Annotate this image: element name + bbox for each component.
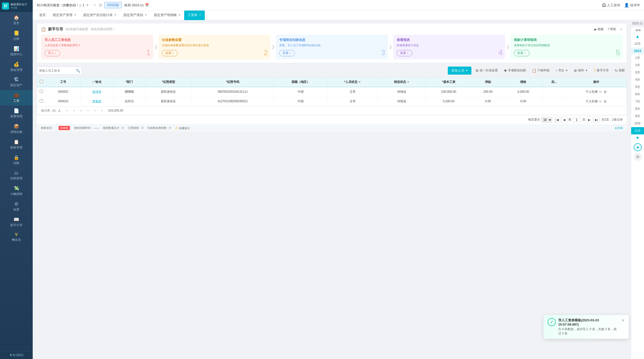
sidebar-item-reports[interactable]: 📊 报表中心: [0, 43, 33, 59]
step-1-desc: 人员信息及工资数据新增导入: [45, 43, 150, 47]
last-page-btn[interactable]: ▶|: [593, 117, 599, 123]
edit-icon-2[interactable]: ✏: [599, 99, 602, 103]
app-badge: 专业版: [11, 6, 27, 10]
sidebar-item-funds[interactable]: 💰 资金管理: [0, 59, 33, 75]
dept-1: 嗯嗯嗯: [113, 87, 145, 97]
tab-asset-detail-label: 固定资产明细账: [154, 13, 177, 17]
table-footer: 合计共（2）人 -- -- -- -- -- -- 103,200.00: [37, 106, 627, 115]
sidebar-item-invoicing[interactable]: 📄 发票管理: [0, 106, 33, 121]
name-1[interactable]: 徐泽华: [80, 87, 113, 97]
step-1-btn[interactable]: 导入＞: [45, 50, 60, 56]
select-all-checkbox[interactable]: [40, 80, 43, 83]
switch-version-btn[interactable]: 切到旧版: [104, 2, 122, 8]
ops-dropdown-icon: ▼: [585, 69, 588, 72]
name-2[interactable]: 李俊杰: [80, 96, 113, 106]
sidebar-item-tax[interactable]: 📋 税务管理: [0, 137, 33, 152]
prev-page-btn[interactable]: ◀: [561, 117, 567, 123]
table-header-row: 工号 ↕ *姓名 *部门 *证照类型 *证照号码 国籍（地区） *人员状态 ▼ …: [37, 77, 627, 87]
per-page-dropdown[interactable]: 10 20 50: [541, 117, 552, 123]
sidebar-item-vip[interactable]: V 畅会员: [0, 230, 33, 244]
search-icon[interactable]: 🔍: [76, 69, 80, 73]
report-status-filter-icon[interactable]: ▼: [407, 80, 410, 83]
sidebar-item-expense[interactable]: 💸 小畅报销: [0, 183, 33, 199]
tab-close-icon[interactable]: ✕: [74, 13, 76, 17]
row-select-checkbox[interactable]: [40, 90, 43, 93]
fav-icon[interactable]: ★: [634, 143, 642, 151]
export-btn[interactable]: ↑ 导出 ▼: [553, 67, 570, 74]
next-page-btn[interactable]: ▶: [586, 117, 592, 123]
month-item-6[interactable]: 6月: [631, 91, 644, 98]
row-checkbox-2: [37, 96, 46, 106]
month-item-3[interactable]: 3月: [631, 69, 644, 76]
page-number-input[interactable]: [572, 117, 581, 122]
sidebar-item-fixed-assets[interactable]: 🏗 固定资产: [0, 75, 33, 90]
sidebar-item-settings[interactable]: ⚙ 设置: [0, 199, 33, 214]
tab-close-icon[interactable]: ✕: [199, 13, 201, 17]
tab-close-icon[interactable]: ✕: [114, 13, 116, 17]
month-item-dec[interactable]: 12月: [631, 40, 644, 47]
tab-close-icon[interactable]: ✕: [145, 13, 147, 17]
tab-salary[interactable]: 工资表 ✕: [184, 11, 205, 20]
sidebar-item-salary[interactable]: 💼 工资: [0, 90, 33, 106]
calendar-icon[interactable]: 📅: [145, 3, 149, 7]
settings-circle-icon[interactable]: ⚙: [634, 153, 642, 161]
wizard-help-link[interactable]: ? 帮助: [608, 27, 616, 31]
month-item-9[interactable]: 9月: [631, 113, 644, 120]
tab-close-icon[interactable]: ✕: [178, 13, 181, 17]
sidebar-item-archive[interactable]: 🗂 归档管理: [0, 168, 33, 183]
month-item-5[interactable]: 5月: [631, 83, 644, 91]
service-btn[interactable]: 🎧 人工咨询: [602, 3, 620, 8]
settings-icon[interactable]: ⚙: [99, 3, 102, 8]
month-item-2[interactable]: 2月: [631, 62, 644, 69]
company-dropdown-icon[interactable]: ▼: [86, 3, 89, 7]
year-label[interactable]: 2023.11: [631, 20, 644, 27]
date-panel-up-btn[interactable]: ▲: [631, 33, 644, 40]
tab-asset-category[interactable]: 固定资产类别 ✕: [120, 11, 150, 20]
status-filter-icon[interactable]: ▼: [358, 80, 361, 83]
wizard-close-btn[interactable]: ✕: [620, 28, 623, 31]
special-deduction-btn[interactable]: ✚ 专项附加扣除: [502, 67, 528, 74]
tab-home[interactable]: 首页: [36, 11, 49, 20]
tab-asset-detail[interactable]: 固定资产明细账 ✕: [150, 11, 184, 20]
tab-fixed-assets[interactable]: 固定资产管理 ✕: [49, 11, 80, 20]
sidebar-item-purchase-sale[interactable]: 📦 进销台账: [0, 121, 33, 137]
first-page-btn[interactable]: |◀: [554, 117, 560, 123]
delete-icon-2[interactable]: 🗑: [603, 99, 607, 103]
date-panel-down-btn[interactable]: ▼: [631, 134, 644, 142]
panel-collapse-btn[interactable]: ◀◀: [631, 27, 644, 33]
sidebar-item-closing[interactable]: 🔒 结账: [0, 152, 33, 168]
operations-btn[interactable]: ⚙ 操作 ▼: [572, 67, 590, 74]
social-insurance-btn[interactable]: ⚙ 统一社保设置: [473, 67, 500, 74]
month-item-1[interactable]: 1月: [631, 54, 644, 62]
row-select-checkbox[interactable]: [40, 99, 43, 102]
edit-icon-1[interactable]: ✏: [599, 90, 602, 94]
add-company-icon[interactable]: ＋: [93, 3, 97, 8]
step-2-btn[interactable]: 设置＞: [162, 50, 178, 56]
step-5-btn[interactable]: 查看＞: [514, 50, 530, 56]
tax-report-btn[interactable]: 📋 个税申报: [530, 67, 551, 74]
month-item-7[interactable]: 7月: [631, 98, 644, 105]
refresh-btn[interactable]: ↻ 刷新: [613, 67, 627, 74]
month-item-8[interactable]: 8月: [631, 105, 644, 113]
sidebar-item-ledger[interactable]: 📒 总账: [0, 28, 33, 43]
sidebar-item-home[interactable]: 🏠 首页: [0, 12, 33, 28]
sidebar-item-label: 设置: [13, 208, 19, 212]
tab-depreciation[interactable]: 固定资产折旧统计表 ✕: [80, 11, 120, 20]
wizard-video-link[interactable]: ▶ 视频: [594, 27, 603, 31]
month-item-11[interactable]: 11月: [631, 127, 644, 134]
footer-dash-4: --: [87, 109, 89, 112]
step-3-btn[interactable]: 查看＞: [279, 50, 295, 56]
add-person-btn[interactable]: 添加人员 ▼: [448, 67, 471, 75]
cancel-fixed-btn[interactable]: ◀ 取消固定: [0, 351, 33, 359]
sidebar-item-newbie[interactable]: 📖 新手引导: [0, 214, 33, 230]
month-item-10[interactable]: 10月: [631, 120, 644, 127]
wizard-btn[interactable]: ? 新手引导: [592, 67, 611, 74]
personal-insurance-link-1[interactable]: 个人社保: [586, 90, 598, 94]
delete-icon-1[interactable]: 🗑: [603, 90, 607, 94]
step-4-btn[interactable]: 查看＞: [397, 50, 412, 56]
search-input[interactable]: [39, 69, 74, 72]
personal-insurance-link-2[interactable]: 个人社保: [586, 99, 598, 104]
toast-close-btn[interactable]: ✕: [621, 318, 625, 323]
go-recharge-btn[interactable]: 去充值: [615, 126, 623, 130]
month-item-4[interactable]: 4月: [631, 76, 644, 83]
